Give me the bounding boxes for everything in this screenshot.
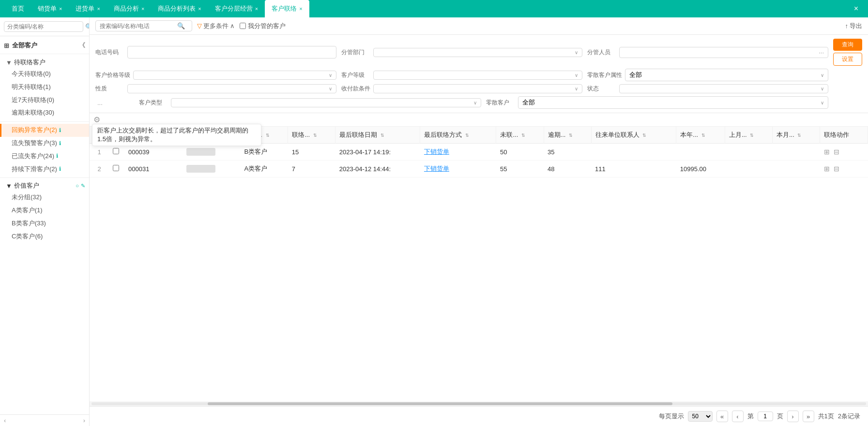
customer-grade-select[interactable]: ∨ [373,71,582,80]
sidebar-item-declining[interactable]: 持续下滑客户(2) ℹ [0,163,89,176]
pagination-prev-first[interactable]: « [716,411,728,422]
nav-label-customer-tier: 客户分层经营 [215,4,253,13]
status-select[interactable]: ∨ [619,84,828,93]
col-contact-sort[interactable]: ⇅ [313,133,317,138]
sidebar-item-c-customers[interactable]: C类客户(6) [0,230,89,243]
settings-gear-icon[interactable]: ⚙ [93,115,100,124]
nav-close-analysis[interactable]: × [141,6,144,12]
col-last-month[interactable]: 上月... ⇅ [725,127,772,144]
sidebar-item-churn-warning[interactable]: 流失预警客户(3) ℹ [0,137,89,150]
row-1-last-method[interactable]: 下销货单 [420,144,496,161]
col-overdue-sort[interactable]: ⇅ [569,133,573,138]
sidebar-section-pending[interactable]: ▼ 待联络客户 [0,56,89,68]
sidebar-prev-icon[interactable]: ‹ [4,417,6,424]
col-last-date[interactable]: 最后联络日期 ⇅ [335,127,420,144]
filter-row-4: ... 客户类型 ∨ 零散客户 全部 ∨ [95,96,862,109]
sidebar-item-ungroups[interactable]: 未分组(32) [0,191,89,204]
pagination-prev[interactable]: ‹ [732,411,744,422]
col-this-month-sort[interactable]: ⇅ [797,133,801,138]
sidebar-value-customers[interactable]: ▼ 价值客户 ○ ✎ [0,180,89,191]
row-2-contact-icon[interactable]: ⊟ [834,165,839,173]
nav-item-home[interactable]: 首页 [5,0,31,17]
nav-item-analysis[interactable]: 商品分析 × [107,0,151,17]
col-past-company-sort[interactable]: ⇅ [642,133,646,138]
person-select[interactable]: ··· [619,47,828,58]
sidebar-item-churned[interactable]: 已流失客户(24) ℹ [0,150,89,163]
col-this-year-sort[interactable]: ⇅ [701,133,705,138]
nav-item-customer-tier[interactable]: 客户分层经营 × [208,0,265,17]
col-uncontacted[interactable]: 未联... ⇅ [496,127,544,144]
person-dots[interactable]: ··· [819,49,824,56]
collapse-icon[interactable]: 《 [79,41,85,50]
col-this-month[interactable]: 本月... ⇅ [772,127,820,144]
col-overdue[interactable]: 逾期... ⇅ [544,127,591,144]
row-2-method-link[interactable]: 下销货单 [424,165,449,172]
nav-item-sales[interactable]: 销货单 × [31,0,69,17]
col-past-company[interactable]: 往来单位联系人 ⇅ [591,127,676,144]
sidebar-search-icon[interactable]: 🔍 [85,23,90,30]
settings-button[interactable]: 设置 [833,53,862,66]
col-this-year[interactable]: 本年... ⇅ [676,127,725,144]
sidebar-item-abnormal-repurchase[interactable]: 回购异常客户(2) ℹ [0,124,89,137]
col-last-method-sort[interactable]: ⇅ [465,133,469,138]
nav-close-customer-contact[interactable]: × [299,6,302,12]
gender-select[interactable]: ∨ [127,84,336,93]
pagination-next[interactable]: › [787,411,799,422]
window-close-button[interactable]: × [849,4,863,13]
price-grade-select[interactable]: ∨ [133,71,336,80]
sidebar-next-icon[interactable]: › [83,417,85,424]
main-search-input[interactable] [100,23,177,29]
dept-select[interactable]: ∨ [373,48,582,57]
row-2-select-checkbox[interactable] [113,165,119,171]
sidebar-item-tomorrow[interactable]: 明天待联络(1) [0,81,89,94]
nav-close-sales[interactable]: × [59,6,62,12]
row-1-select-checkbox[interactable] [113,148,119,154]
main-search-icon[interactable]: 🔍 [177,22,185,29]
payment-select[interactable]: ∨ [373,84,582,93]
export-button[interactable]: ↑ 导出 [845,22,863,30]
sidebar-item-7days[interactable]: 近7天待联络(0) [0,94,89,107]
retail-attr-select[interactable]: 全部 ∨ [625,69,828,81]
col-last-method[interactable]: 最后联络方式 ⇅ [420,127,496,144]
nav-item-analysis-list[interactable]: 商品分析列表 × [151,0,208,17]
query-button[interactable]: 查询 [833,39,862,51]
row-1-method-link[interactable]: 下销货单 [424,148,449,155]
sidebar-item-overdue[interactable]: 逾期未联络(30) [0,106,89,119]
customer-type-select[interactable]: ∨ [171,98,481,107]
row-1-link-icon[interactable]: ⊞ [824,148,830,156]
horizontal-scrollbar[interactable] [90,401,868,406]
value-section-add-icon[interactable]: ○ [76,183,79,189]
nav-close-purchase[interactable]: × [97,6,100,12]
sidebar-all-customers[interactable]: ⊞ 全部客户 《 [0,39,89,52]
more-conditions-button[interactable]: ▽ 更多条件 ∧ [197,22,235,30]
arrow-icon-value: ▼ [6,182,12,190]
col-contact[interactable]: 联络... ⇅ [288,127,335,144]
value-section-edit-icon[interactable]: ✎ [81,183,85,189]
my-customers-checkbox[interactable] [240,23,246,29]
scrollbar-thumb[interactable] [208,402,672,405]
col-type-sort[interactable]: ⇅ [266,133,270,138]
filter-price-grade: 客户价格等级 ∨ [95,71,336,80]
phone-input[interactable] [127,46,336,59]
sidebar-item-a-customers[interactable]: A类客户(1) [0,204,89,217]
sidebar-item-today[interactable]: 今天待联络(0) [0,68,89,81]
row-1-contact-icon[interactable]: ⊟ [834,148,839,156]
per-page-select[interactable]: 50 100 200 [688,411,713,422]
nav-close-analysis-list[interactable]: × [198,6,201,12]
col-last-date-sort[interactable]: ⇅ [381,133,384,138]
nav-close-customer-tier[interactable]: × [255,6,258,12]
filter-more-dots[interactable]: ... [95,99,105,106]
col-uncontacted-sort[interactable]: ⇅ [521,133,525,138]
page-input[interactable] [758,411,773,421]
nav-item-customer-contact[interactable]: 客户联络 × [265,0,309,17]
nav-item-purchase[interactable]: 进货单 × [69,0,107,17]
sidebar-search-input[interactable] [4,21,83,32]
row-1-action-icons: ⊞ ⊟ [824,148,864,156]
sidebar-item-b-customers[interactable]: B类客户(33) [0,217,89,230]
row-2-link-icon[interactable]: ⊞ [824,165,830,173]
col-last-month-sort[interactable]: ⇅ [750,133,754,138]
retail-customer-select[interactable]: 全部 ∨ [518,96,828,109]
row-2-last-method[interactable]: 下销货单 [420,161,496,177]
row-2-action-icons: ⊞ ⊟ [824,165,864,173]
pagination-next-last[interactable]: » [803,411,814,422]
